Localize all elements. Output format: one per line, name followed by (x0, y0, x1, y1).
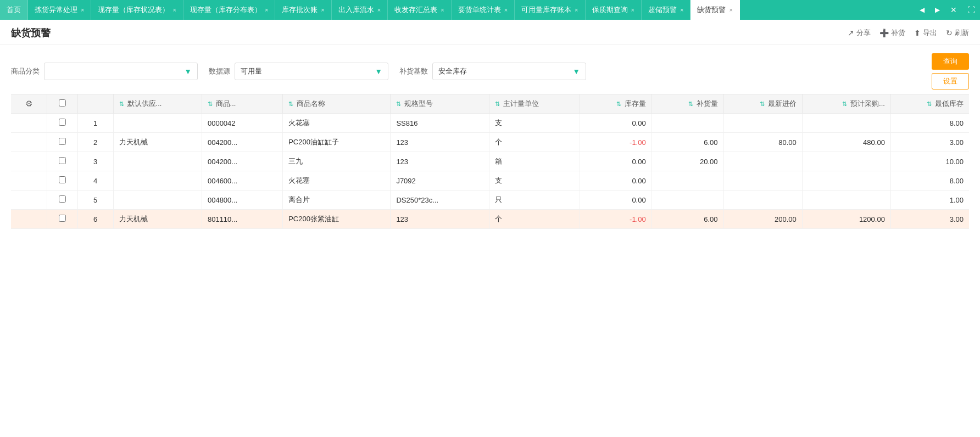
tab-close-batch[interactable]: × (321, 7, 324, 13)
row-checkbox-cell[interactable] (47, 114, 77, 133)
row-spec: 123 (391, 210, 489, 229)
refresh-button[interactable]: ↻ 刷新 (946, 28, 969, 38)
replenish-base-select[interactable]: 安全库存 ▼ (432, 63, 586, 80)
row-index: 1 (77, 114, 113, 133)
tab-stock-dist[interactable]: 现存量（库存分布表） × (183, 0, 275, 20)
datasource-dropdown-icon: ▼ (375, 67, 382, 76)
tab-close-overstock[interactable]: × (680, 7, 683, 13)
tab-home[interactable]: 首页 (0, 0, 28, 20)
replenish-base-dropdown-icon: ▼ (572, 67, 580, 76)
tab-restore-btn[interactable]: ✕ (945, 0, 962, 20)
row-checkbox-cell[interactable] (47, 171, 77, 191)
row-unit: 箱 (489, 152, 580, 171)
col-header-min-stock: ⇅ 最低库存 (890, 94, 969, 114)
tab-quality[interactable]: 保质期查询 × (586, 0, 642, 20)
table-row[interactable]: 6 力天机械 801110... PC200张紧油缸 123 个 -1.00 6… (11, 210, 969, 229)
col-header-stock: ⇅ 库存量 (580, 94, 652, 114)
share-icon: ↗ (848, 29, 854, 37)
table-row[interactable]: 2 力天机械 004200... PC200油缸缸子 123 个 -1.00 6… (11, 133, 969, 152)
header-actions: ↗ 分享 ➕ 补货 ⬆ 导出 ↻ 刷新 (848, 28, 969, 38)
row-checkbox-cell[interactable] (47, 210, 77, 229)
row-min-stock: 3.00 (890, 133, 969, 152)
datasource-select[interactable]: 可用量 ▼ (235, 63, 388, 80)
tab-close-available-stock[interactable]: × (575, 7, 578, 13)
table-body: 1 0000042 火花塞 SS816 支 0.00 8.00 2 力天机械 0… (11, 114, 969, 229)
col-header-estimate: ⇅ 预计采购... (802, 94, 890, 114)
tab-close-stock-status[interactable]: × (172, 7, 176, 13)
table-row[interactable]: 3 004200... 三九 123 箱 0.00 20.00 10.00 (11, 152, 969, 171)
tab-shortage[interactable]: 缺货预警 × (691, 0, 739, 20)
sort-icon-latest-price: ⇅ (760, 100, 765, 107)
row-stock: 0.00 (580, 114, 652, 133)
export-button[interactable]: ⬆ 导出 (914, 28, 937, 38)
select-all-checkbox[interactable] (59, 99, 66, 107)
tab-close-goods-order[interactable]: × (504, 7, 508, 13)
tab-flow[interactable]: 出入库流水 × (332, 0, 388, 20)
row-checkbox-cell[interactable] (47, 152, 77, 171)
tab-overstock[interactable]: 超储预警 × (642, 0, 691, 20)
row-checkbox-cell[interactable] (47, 133, 77, 152)
tab-close-flow[interactable]: × (377, 7, 381, 13)
category-select[interactable]: ▼ (44, 63, 198, 80)
replenish-button[interactable]: ➕ 补货 (879, 28, 905, 38)
row-checkbox[interactable] (59, 138, 66, 145)
row-checkbox[interactable] (59, 176, 66, 183)
tab-close-picking[interactable]: × (81, 7, 84, 13)
settings-button[interactable]: 设置 (932, 73, 969, 89)
tab-maximize-btn[interactable]: ⛶ (962, 0, 980, 20)
row-checkbox[interactable] (59, 157, 66, 164)
col-header-num (77, 94, 113, 114)
query-button[interactable]: 查询 (932, 53, 969, 70)
tab-stock-status[interactable]: 现存量（库存状况表） × (91, 0, 183, 20)
tab-close-shortage[interactable]: × (729, 7, 732, 13)
row-estimate-purchase: 480.00 (802, 133, 890, 152)
row-checkbox[interactable] (59, 195, 66, 203)
tab-close-summary[interactable]: × (441, 7, 444, 13)
row-spec: J7092 (391, 171, 489, 191)
refresh-icon: ↻ (946, 29, 953, 37)
row-replenish (652, 171, 723, 191)
row-checkbox[interactable] (59, 119, 66, 126)
export-icon: ⬆ (914, 29, 921, 37)
tab-close-stock-dist[interactable]: × (265, 7, 268, 13)
category-filter-item: 商品分类 ▼ (11, 63, 198, 80)
main-content: 缺货预警 ↗ 分享 ➕ 补货 ⬆ 导出 ↻ 刷新 商品分类 (0, 20, 980, 437)
row-checkbox[interactable] (59, 215, 66, 222)
data-table: ⚙ ⇅ 默认供应... ⇅ 商品... ⇅ (11, 94, 969, 229)
tab-prev-btn[interactable]: ◀ (914, 0, 929, 20)
tab-available-stock[interactable]: 可用量库存账本 × (515, 0, 585, 20)
table-row[interactable]: 4 004600... 火花塞 J7092 支 0.00 8.00 (11, 171, 969, 191)
table-row[interactable]: 1 0000042 火花塞 SS816 支 0.00 8.00 (11, 114, 969, 133)
row-supplier (113, 171, 202, 191)
row-stock: -1.00 (580, 133, 652, 152)
tab-goods-order[interactable]: 要货单统计表 × (452, 0, 515, 20)
gear-icon[interactable]: ⚙ (25, 99, 32, 108)
row-replenish (652, 114, 723, 133)
row-code: 004200... (202, 133, 282, 152)
row-stock: -1.00 (580, 210, 652, 229)
replenish-base-select-text: 安全库存 (438, 66, 568, 76)
tab-close-quality[interactable]: × (631, 7, 634, 13)
row-index: 6 (77, 210, 113, 229)
filter-bar: 商品分类 ▼ 数据源 可用量 ▼ 补货基数 安全库存 ▼ 查询 设置 (0, 44, 980, 94)
share-button[interactable]: ↗ 分享 (848, 28, 871, 38)
sort-icon-estimate: ⇅ (842, 100, 847, 107)
row-checkbox-cell[interactable] (47, 191, 77, 210)
tab-summary[interactable]: 收发存汇总表 × (388, 0, 451, 20)
row-name: PC200油缸缸子 (283, 133, 391, 152)
row-estimate-purchase (802, 171, 890, 191)
tab-next-btn[interactable]: ▶ (929, 0, 945, 20)
row-min-stock: 1.00 (890, 191, 969, 210)
tab-batch[interactable]: 库存批次账 × (275, 0, 331, 20)
sort-icon-stock: ⇅ (616, 100, 621, 107)
row-replenish: 6.00 (652, 210, 723, 229)
row-estimate-purchase (802, 114, 890, 133)
row-spec: 123 (391, 152, 489, 171)
row-replenish: 6.00 (652, 133, 723, 152)
sort-icon-name: ⇅ (288, 100, 293, 107)
row-spec: 123 (391, 133, 489, 152)
tab-picking-exception[interactable]: 拣货异常处理 × (28, 0, 91, 20)
table-row[interactable]: 5 004800... 离合片 DS250*23c... 只 0.00 1.00 (11, 191, 969, 210)
col-header-code: ⇅ 商品... (202, 94, 282, 114)
row-latest-price: 80.00 (723, 133, 802, 152)
